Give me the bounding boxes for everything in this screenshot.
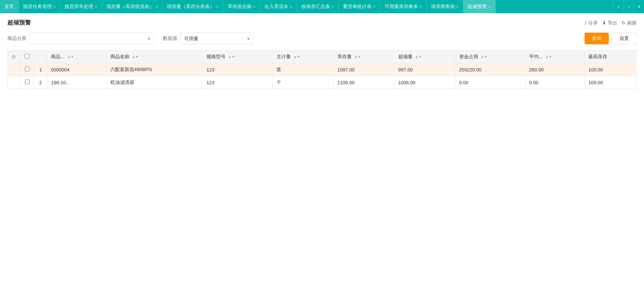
share-button[interactable]: ⤴ 分享 — [584, 20, 598, 26]
filter-category: 商品分类 — [7, 33, 154, 44]
row-overstock: 1006.00 — [394, 76, 455, 89]
row-product-code: 0000004 — [47, 63, 107, 76]
row-product-name: 六配套新昌490BPG — [106, 63, 202, 76]
settings-button[interactable]: 设置 — [612, 33, 637, 44]
nav-close-expiry-check[interactable]: × — [456, 4, 458, 9]
row-product-name: 机油滤清器 — [106, 76, 202, 89]
row-spec: 123 — [202, 76, 272, 89]
row-max-stock: 100.00 — [585, 76, 637, 89]
nav-close-inventory-status[interactable]: × — [155, 4, 158, 9]
table-row: 1 0000004 六配套新昌490BPG 123 套 1097.00 997.… — [8, 63, 637, 76]
category-select[interactable] — [29, 33, 154, 44]
th-avg[interactable]: 平均... ▲▼ — [525, 51, 585, 63]
nav-item-expiry-check[interactable]: 保质期查询 × — [427, 0, 463, 13]
export-button[interactable]: ⬇ 导出 — [602, 20, 617, 26]
th-check — [21, 51, 34, 63]
row-stock: 1106.00 — [333, 76, 394, 89]
th-num — [34, 51, 47, 63]
refresh-button[interactable]: ↻ 刷新 — [622, 20, 637, 26]
sort-icon-avg: ▲▼ — [545, 55, 552, 59]
query-button[interactable]: 查询 — [585, 33, 609, 44]
row-overstock: 997.00 — [394, 63, 455, 76]
datasource-select-wrapper: 可用量 库存量 — [180, 33, 253, 44]
sort-icon-unit: ▲▼ — [294, 55, 300, 59]
nav-arrow-close[interactable]: × — [634, 0, 644, 13]
export-icon: ⬇ — [602, 20, 606, 26]
page-title: 超储预警 — [7, 19, 31, 27]
nav-item-abnormal[interactable]: 拣货异常处理 × — [60, 0, 102, 13]
datasource-label: 数据源 — [163, 35, 177, 42]
datasource-select[interactable]: 可用量 库存量 — [180, 33, 253, 44]
row-max-stock: 100.00 — [585, 63, 637, 76]
table-row: 2 186-10... 机油滤清器 123 个 1106.00 1006.00 … — [8, 76, 637, 89]
header-actions: ⤴ 分享 ⬇ 导出 ↻ 刷新 — [584, 20, 637, 26]
row-capital: 259220.00 — [455, 63, 525, 76]
data-table: ⚙ 商品... ▲▼ 商品名称 ▲▼ 规格型号 ▲▼ — [7, 50, 637, 89]
filter-datasource: 数据源 可用量 库存量 — [163, 33, 253, 44]
table-header-row: ⚙ 商品... ▲▼ 商品名称 ▲▼ 规格型号 ▲▼ — [8, 51, 637, 63]
row-capital: 0.00 — [455, 76, 525, 89]
th-product-code[interactable]: 商品... ▲▼ — [47, 51, 107, 63]
row-gear-cell — [8, 63, 21, 76]
nav-close-in-out-flow[interactable]: × — [290, 4, 292, 9]
row-checkbox-0[interactable] — [25, 67, 30, 71]
filter-buttons: 查询 设置 — [585, 33, 637, 44]
nav-close-collect-summary[interactable]: × — [332, 4, 334, 9]
row-avg: 0.00 — [525, 76, 585, 89]
nav-close-inventory-dist[interactable]: × — [216, 4, 218, 9]
th-spec[interactable]: 规格型号 ▲▼ — [202, 51, 272, 63]
nav-close-order-stats[interactable]: × — [373, 4, 375, 9]
row-avg: 260.00 — [525, 63, 585, 76]
row-num: 2 — [34, 76, 47, 89]
nav-item-available-account[interactable]: 可用量库存账本 × — [380, 0, 427, 13]
category-label: 商品分类 — [7, 35, 26, 42]
th-product-name[interactable]: 商品名称 ▲▼ — [106, 51, 202, 63]
nav-item-task-mgmt[interactable]: 拣货任务管理 × — [19, 0, 60, 13]
th-gear: ⚙ — [8, 51, 21, 63]
nav-close-task-mgmt[interactable]: × — [53, 4, 55, 9]
sort-icon-overstock: ▲▼ — [415, 55, 422, 59]
nav-item-batch-account[interactable]: 库存批次账 × — [223, 0, 260, 13]
row-num: 1 — [34, 63, 47, 76]
row-checkbox-1[interactable] — [25, 79, 30, 84]
sort-icon-capital: ▲▼ — [481, 55, 487, 59]
share-icon: ⤴ — [584, 20, 587, 26]
refresh-icon: ↻ — [622, 20, 626, 26]
nav-item-inventory-status[interactable]: 现存量（库存状况表） × — [102, 0, 162, 13]
row-check-cell — [21, 76, 34, 89]
nav-arrow-left[interactable]: ‹ — [613, 0, 623, 13]
nav-item-overstock-warning[interactable]: 超储预警 × — [463, 0, 495, 13]
row-stock: 1097.00 — [333, 63, 394, 76]
nav-item-in-out-flow[interactable]: 出入库流水 × — [260, 0, 297, 13]
filter-row: 商品分类 数据源 可用量 库存量 查询 设置 — [7, 33, 637, 44]
nav-item-inventory-dist[interactable]: 现存量（库存分布表） × — [162, 0, 223, 13]
nav-close-abnormal[interactable]: × — [95, 4, 97, 9]
th-unit[interactable]: 主计量 ▲▼ — [273, 51, 334, 63]
nav-item-collect-summary[interactable]: 收发存汇总表 × — [297, 0, 339, 13]
row-unit: 个 — [273, 76, 334, 89]
sort-icon-spec: ▲▼ — [228, 55, 235, 59]
gear-icon[interactable]: ⚙ — [11, 54, 16, 60]
sort-icon-product-code: ▲▼ — [67, 55, 74, 59]
nav-item-order-stats[interactable]: 要货单统计表 × — [339, 0, 380, 13]
row-check-cell — [21, 63, 34, 76]
th-capital[interactable]: 资金占用 ▲▼ — [455, 51, 525, 63]
row-gear-cell — [8, 76, 21, 89]
th-overstock[interactable]: 超储量 ▲▼ — [394, 51, 455, 63]
row-unit: 套 — [273, 63, 334, 76]
th-stock[interactable]: 库存量 ▲▼ — [333, 51, 394, 63]
nav-close-overstock-warning[interactable]: × — [488, 4, 490, 9]
page-header: 超储预警 ⤴ 分享 ⬇ 导出 ↻ 刷新 — [7, 19, 637, 27]
nav-item-home[interactable]: 首页 — [0, 0, 19, 13]
nav-close-batch-account[interactable]: × — [253, 4, 255, 9]
row-product-code: 186-10... — [47, 76, 107, 89]
nav-arrow-right[interactable]: › — [623, 0, 634, 13]
nav-close-available-account[interactable]: × — [420, 4, 422, 9]
th-max-stock[interactable]: 最高库存 — [585, 51, 637, 63]
sort-icon-stock: ▲▼ — [354, 55, 361, 59]
sort-icon-product-name: ▲▼ — [132, 55, 139, 59]
select-all-checkbox[interactable] — [25, 54, 29, 59]
nav-arrows: ‹ › × — [613, 0, 644, 13]
page-content: 超储预警 ⤴ 分享 ⬇ 导出 ↻ 刷新 商品分类 — [0, 13, 644, 293]
row-spec: 123 — [202, 63, 272, 76]
